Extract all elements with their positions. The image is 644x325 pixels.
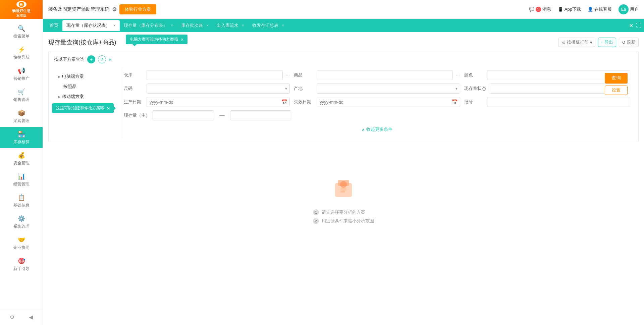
warehouse-input[interactable] <box>147 70 283 80</box>
exp-date-field: 失效日期 <box>294 97 460 107</box>
mfg-date-wrapper <box>147 97 290 107</box>
sidebar-item-search[interactable]: 🔍 搜索菜单 <box>0 21 43 43</box>
sidebar-item-guide[interactable]: ⚡ 快捷导航 <box>0 43 43 64</box>
sidebar-item-marketing[interactable]: 📢 营销推广 <box>0 64 43 85</box>
sidebar-item-basic[interactable]: 📋 基础信息 <box>0 191 43 212</box>
color-label: 颜色 <box>464 72 484 78</box>
industry-btn[interactable]: 体验行业方案 <box>119 4 156 14</box>
tab-home-label: 首页 <box>50 22 58 29</box>
sidebar-item-enterprise[interactable]: 🤝 企业协同 <box>0 233 43 254</box>
settings-small-btn[interactable]: 设置 <box>605 86 628 95</box>
sidebar-item-system[interactable]: ⚙️ 系统管理 <box>0 212 43 233</box>
phone-icon: 📱 <box>558 7 563 12</box>
tab-inventory-dist-close[interactable]: × <box>171 23 173 28</box>
collapse-label: 收起更多条件 <box>366 126 392 132</box>
print-icon: 🖨 <box>561 40 566 45</box>
header-message[interactable]: 💬 9 消息 <box>529 6 551 12</box>
tab-inout-close[interactable]: × <box>242 23 244 28</box>
filter-arrow-btn[interactable]: « <box>109 56 112 62</box>
batch-input[interactable] <box>487 97 630 107</box>
goods-dots[interactable]: ··· <box>455 72 460 78</box>
sidebar-item-purchase[interactable]: 📦 采购管理 <box>0 106 43 127</box>
sidebar-item-sales[interactable]: 🛒 销售管理 <box>0 85 43 106</box>
goods-field: 商品 ··· <box>294 70 460 80</box>
goods-label: 商品 <box>294 72 314 78</box>
refresh-label: 刷新 <box>627 39 636 45</box>
tab-batch-close[interactable]: × <box>206 23 209 28</box>
stock-main-from[interactable] <box>153 110 214 120</box>
collapse-more-btn[interactable]: ∧ 收起更多条件 <box>124 124 630 135</box>
tab-home[interactable]: 首页 <box>46 20 62 31</box>
print-btn[interactable]: 🖨 按模板打印 ▾ <box>558 38 595 47</box>
tab-bar-actions: ✕ ⛶ <box>629 22 641 29</box>
page-title: 现存量查询(按仓库+商品) <box>48 38 116 46</box>
tree-pc-child-label: 按照品 <box>63 84 76 90</box>
export-btn[interactable]: ↑ 导出 <box>598 38 616 47</box>
header-right: 💬 9 消息 📱 App下载 👤 在线客服 Ea 用户 <box>529 4 639 14</box>
empty-tips: 1 请先选择要分析的方案 2 用过滤条件来缩小分析范围 <box>313 209 374 227</box>
filter-add-btn[interactable]: + <box>87 55 95 63</box>
stock-main-to[interactable] <box>230 110 291 120</box>
svg-point-4 <box>340 181 347 188</box>
tab-close-all-icon[interactable]: ✕ <box>629 22 633 29</box>
tab-inventory-status[interactable]: 现存量（库存状况表） × <box>62 20 120 31</box>
tree-pc-child[interactable]: 按照品 <box>54 82 121 92</box>
tab-inventory-dist-label: 现存量（库存分布表） <box>124 22 167 29</box>
operations-icon: 📊 <box>18 173 25 180</box>
header-online-service[interactable]: 👤 在线客服 <box>588 6 612 12</box>
sales-icon: 🛒 <box>18 88 25 96</box>
stock-separator: — <box>219 112 225 118</box>
size-field: 尺码 <box>124 84 290 94</box>
origin-select[interactable] <box>317 84 460 94</box>
header-user[interactable]: Ea 用户 <box>619 4 639 14</box>
tab-inout-label: 出入库流水 <box>217 22 238 29</box>
tooltip-create-close[interactable]: × <box>107 106 110 111</box>
tab-collect[interactable]: 收发存汇总表 × <box>248 20 288 31</box>
tab-inout[interactable]: 出入库流水 × <box>213 20 248 31</box>
user-label: 用户 <box>630 6 639 12</box>
sidebar-nav: 🔍 搜索菜单 ⚡ 快捷导航 📢 营销推广 🛒 销售管理 📦 采购管理 🏪 库存核… <box>0 19 43 309</box>
tab-inventory-dist[interactable]: 现存量（库存分布表） × <box>120 20 177 31</box>
mfg-date-input[interactable] <box>147 97 290 107</box>
system-name: 装备及固定资产辅助管理系统 <box>48 6 109 12</box>
search-btn[interactable]: 查询 <box>605 73 628 84</box>
goods-input[interactable] <box>317 70 453 80</box>
sidebar-item-operations[interactable]: 📊 经营管理 <box>0 169 43 191</box>
tab-inventory-status-close[interactable]: × <box>113 23 116 28</box>
service-label: 在线客服 <box>594 6 612 12</box>
filter-row-4: 现存量（主） — <box>124 110 630 120</box>
tab-fullscreen-icon[interactable]: ⛶ <box>636 22 641 29</box>
top-header: 装备及固定资产辅助管理系统 ⚙ 体验行业方案 💬 9 消息 📱 App下载 👤 … <box>43 0 644 19</box>
filter-refresh-btn[interactable]: ↺ <box>98 55 106 63</box>
tree-pc-group[interactable]: ▶ 电脑端方案 <box>54 71 121 82</box>
tab-collect-label: 收发存汇总表 <box>252 22 278 29</box>
tooltip-scheme-close[interactable]: × <box>181 37 183 42</box>
newbie-icon: 🎯 <box>18 257 25 265</box>
sidebar-bottom: ⚙ ◀ <box>0 309 43 325</box>
header-app-download[interactable]: 📱 App下载 <box>558 6 581 12</box>
tab-batch[interactable]: 库存批次账 × <box>177 20 213 31</box>
mfg-date-label: 生产日期 <box>124 99 144 105</box>
filter-label: 按以下方案查询 <box>54 56 85 62</box>
tree-mobile-group[interactable]: ▶ 移动端方案 <box>54 92 121 102</box>
sidebar-item-finance[interactable]: 💰 资金管理 <box>0 148 43 169</box>
warehouse-dots[interactable]: ··· <box>285 72 290 78</box>
sidebar-item-inventory[interactable]: 🏪 库存核算 <box>0 127 43 148</box>
batch-label: 批号 <box>464 99 484 105</box>
tree-toggle-mobile: ▶ <box>58 95 61 99</box>
tooltip-create-text: 这里可以创建和修改方案哦 <box>56 105 104 111</box>
settings-bottom-btn[interactable]: ⚙ <box>10 314 14 320</box>
header-settings-icon[interactable]: ⚙ <box>112 6 117 12</box>
size-select[interactable] <box>147 84 290 94</box>
enterprise-icon: 🤝 <box>18 236 25 243</box>
export-icon: ↑ <box>601 40 603 45</box>
exp-date-input[interactable] <box>317 97 460 107</box>
tree-toggle-pc: ▶ <box>58 75 61 78</box>
header-left: 装备及固定资产辅助管理系统 ⚙ 体验行业方案 <box>48 4 156 14</box>
print-arrow: ▾ <box>590 40 592 45</box>
refresh-btn[interactable]: ↺ 刷新 <box>619 38 639 47</box>
collapse-sidebar-btn[interactable]: ◀ <box>29 314 33 320</box>
export-label: 导出 <box>604 39 613 45</box>
sidebar-item-newbie[interactable]: 🎯 新手引导 <box>0 254 43 275</box>
tab-collect-close[interactable]: × <box>282 23 284 28</box>
